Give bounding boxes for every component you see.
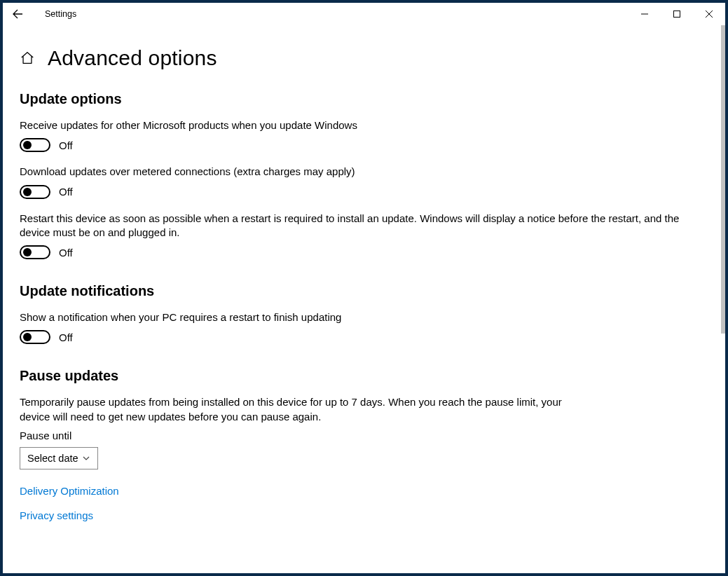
section-heading-pause-updates: Pause updates <box>20 368 708 384</box>
titlebar: Settings <box>3 3 725 25</box>
toggle-restart-asap[interactable] <box>20 245 50 259</box>
toggle-knob <box>23 141 32 149</box>
close-icon <box>706 11 713 18</box>
app-title: Settings <box>45 9 76 19</box>
toggle-metered[interactable] <box>20 185 50 199</box>
pause-until-label: Pause until <box>20 430 708 441</box>
maximize-button[interactable] <box>661 3 693 25</box>
toggle-state-restart-notify: Off <box>59 331 73 343</box>
section-heading-update-options: Update options <box>20 91 708 107</box>
page-title: Advanced options <box>48 46 217 70</box>
toggle-state-restart-asap: Off <box>59 247 73 259</box>
close-button[interactable] <box>693 3 725 25</box>
option-desc-other-products: Receive updates for other Microsoft prod… <box>20 118 706 132</box>
pause-until-dropdown[interactable]: Select date <box>20 447 98 469</box>
back-arrow-icon <box>12 8 23 20</box>
link-delivery-optimization[interactable]: Delivery Optimization <box>20 485 708 497</box>
titlebar-left: Settings <box>7 4 76 25</box>
toggle-row-restart-notify: Off <box>20 330 708 344</box>
maximize-icon <box>673 11 680 18</box>
toggle-knob <box>23 248 32 256</box>
content-area: Advanced options Update options Receive … <box>3 25 725 573</box>
toggle-knob <box>23 333 32 341</box>
svg-rect-0 <box>674 11 680 18</box>
dropdown-value: Select date <box>27 453 78 464</box>
option-desc-restart-notify: Show a notification when your PC require… <box>20 310 706 324</box>
pause-updates-desc: Temporarily pause updates from being ins… <box>20 395 580 424</box>
toggle-restart-notify[interactable] <box>20 330 50 344</box>
chevron-down-icon <box>82 454 90 462</box>
option-desc-metered: Download updates over metered connection… <box>20 165 706 179</box>
toggle-state-metered: Off <box>59 186 73 198</box>
toggle-knob <box>23 188 32 196</box>
option-desc-restart-asap: Restart this device as soon as possible … <box>20 212 706 240</box>
back-button[interactable] <box>7 4 28 25</box>
minimize-button[interactable] <box>629 3 661 25</box>
home-icon[interactable] <box>20 50 35 66</box>
section-heading-update-notifications: Update notifications <box>20 283 708 299</box>
minimize-icon <box>641 11 648 18</box>
toggle-state-other-products: Off <box>59 139 73 151</box>
page-header: Advanced options <box>20 46 708 70</box>
settings-window: Settings Advanced options Update <box>0 0 728 576</box>
link-privacy-settings[interactable]: Privacy settings <box>20 509 708 521</box>
toggle-other-products[interactable] <box>20 138 50 152</box>
window-controls <box>629 3 725 25</box>
scrollbar[interactable] <box>721 25 725 334</box>
toggle-row-metered: Off <box>20 185 708 199</box>
toggle-row-restart-asap: Off <box>20 245 708 259</box>
toggle-row-other-products: Off <box>20 138 708 152</box>
